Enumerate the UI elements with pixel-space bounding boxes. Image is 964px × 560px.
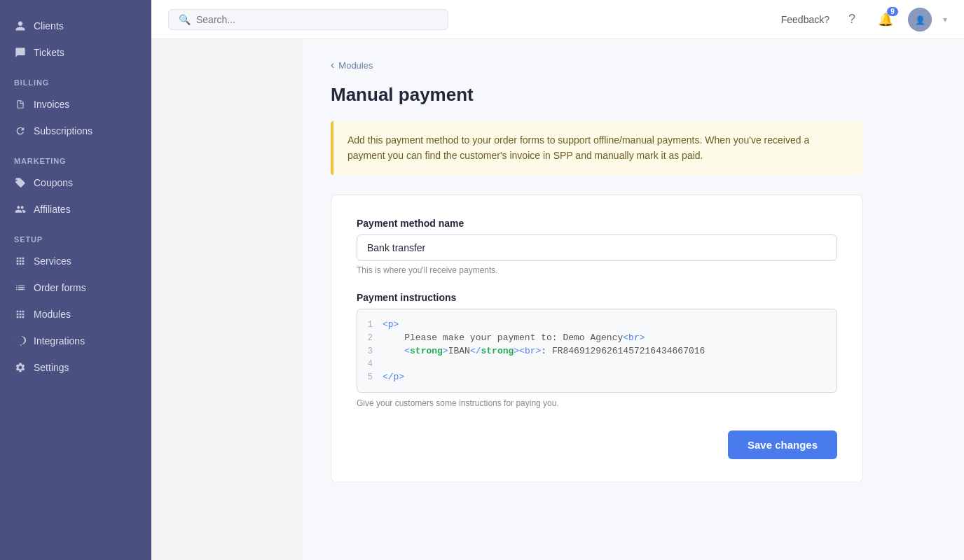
code-line-4: 4 <box>357 358 836 370</box>
group-icon <box>14 203 27 216</box>
sidebar-item-label: Order forms <box>34 282 86 293</box>
notifications-button[interactable]: 🔔 9 <box>874 8 897 31</box>
line-num-1: 1 <box>357 320 383 330</box>
sidebar-item-tickets[interactable]: Tickets <box>0 39 151 66</box>
code-line-3: 3 <strong>IBAN</strong><br>: FR846912962… <box>357 344 836 358</box>
avatar-chevron-icon[interactable]: ▾ <box>943 15 947 24</box>
sidebar-item-settings[interactable]: Settings <box>0 354 151 381</box>
marketing-section-label: MARKETING <box>0 144 151 169</box>
code-content-3: <strong>IBAN</strong><br>: FR84691296261… <box>383 346 836 356</box>
code-content-2: Please make your payment to: Demo Agency… <box>383 332 836 343</box>
sidebar-item-label: Affiliates <box>34 204 71 215</box>
code-editor[interactable]: 1 <p> 2 Please make your payment to: Dem… <box>357 309 837 393</box>
sidebar-section-billing: BILLING Invoices Subscriptions <box>0 66 151 144</box>
sidebar-item-order-forms[interactable]: Order forms <box>0 274 151 301</box>
grid-icon <box>14 255 27 267</box>
search-icon: 🔍 <box>179 14 191 25</box>
notification-badge: 9 <box>887 7 898 16</box>
save-btn-row: Save changes <box>357 430 837 459</box>
doc-icon <box>14 98 27 111</box>
code-content-5: </p> <box>383 372 836 382</box>
code-line-2: 2 Please make your payment to: Demo Agen… <box>357 331 836 344</box>
grid2-icon <box>14 308 27 321</box>
topnav-right: Feedback? ? 🔔 9 👤 ▾ <box>781 8 947 31</box>
sidebar-item-coupons[interactable]: Coupons <box>0 169 151 196</box>
sidebar-item-label: Clients <box>34 20 64 31</box>
list-icon <box>14 281 27 294</box>
sidebar: Clients Tickets BILLING Invoices Subscri… <box>0 0 151 560</box>
sidebar-item-integrations[interactable]: Integrations <box>0 328 151 354</box>
line-num-5: 5 <box>357 372 383 382</box>
line-num-3: 3 <box>357 346 383 356</box>
sidebar-section-marketing: MARKETING Coupons Affiliates <box>0 144 151 223</box>
help-button[interactable]: ? <box>841 8 863 31</box>
code-line-5: 5 </p> <box>357 370 836 384</box>
form-card: Payment method name This is where you'll… <box>331 195 863 482</box>
instructions-label: Payment instructions <box>357 292 837 303</box>
save-button[interactable]: Save changes <box>728 430 837 459</box>
sidebar-item-label: Coupons <box>34 177 73 188</box>
instructions-hint: Give your customers some instructions fo… <box>357 398 837 408</box>
payment-name-hint: This is where you'll receive payments. <box>357 265 837 275</box>
sidebar-item-label: Subscriptions <box>34 125 92 136</box>
sidebar-item-label: Services <box>34 255 71 267</box>
info-text: Add this payment method to your order fo… <box>347 134 809 161</box>
line-num-2: 2 <box>357 333 383 343</box>
plug-icon <box>14 335 27 347</box>
billing-section-label: BILLING <box>0 66 151 91</box>
code-content-1: <p> <box>383 319 836 330</box>
page-title: Manual payment <box>331 84 936 106</box>
gear-icon <box>14 361 27 374</box>
sidebar-item-label: Modules <box>34 309 71 320</box>
sidebar-section-setup: SETUP Services Order forms Modules Integ… <box>0 223 151 381</box>
breadcrumb-chevron: ‹ <box>331 59 334 71</box>
sidebar-item-services[interactable]: Services <box>0 248 151 274</box>
avatar[interactable]: 👤 <box>908 8 932 31</box>
chat-icon <box>14 46 27 59</box>
tag-icon <box>14 176 27 189</box>
line-num-4: 4 <box>357 359 383 369</box>
sidebar-item-label: Settings <box>34 362 69 373</box>
sidebar-item-modules[interactable]: Modules <box>0 301 151 328</box>
setup-section-label: SETUP <box>0 223 151 248</box>
sidebar-item-clients[interactable]: Clients <box>0 13 151 39</box>
person-icon <box>14 20 27 32</box>
code-line-1: 1 <p> <box>357 318 836 331</box>
sidebar-item-subscriptions[interactable]: Subscriptions <box>0 118 151 144</box>
svg-text:👤: 👤 <box>915 15 925 25</box>
search-input[interactable] <box>196 14 438 25</box>
search-box[interactable]: 🔍 <box>168 9 448 30</box>
feedback-link[interactable]: Feedback? <box>781 14 829 25</box>
main-content: ‹ Modules Manual payment Add this paymen… <box>303 39 964 560</box>
sidebar-item-label: Invoices <box>34 99 69 110</box>
info-banner: Add this payment method to your order fo… <box>331 121 863 175</box>
sidebar-item-label: Integrations <box>34 335 85 346</box>
breadcrumb-parent: Modules <box>338 60 373 71</box>
refresh-icon <box>14 125 27 137</box>
payment-name-label: Payment method name <box>357 218 837 229</box>
sidebar-item-invoices[interactable]: Invoices <box>0 91 151 118</box>
topnav: 🔍 Feedback? ? 🔔 9 👤 ▾ <box>151 0 964 39</box>
sidebar-item-label: Tickets <box>34 47 64 58</box>
breadcrumb[interactable]: ‹ Modules <box>331 59 936 71</box>
sidebar-item-affiliates[interactable]: Affiliates <box>0 196 151 223</box>
payment-name-input[interactable] <box>357 234 837 261</box>
